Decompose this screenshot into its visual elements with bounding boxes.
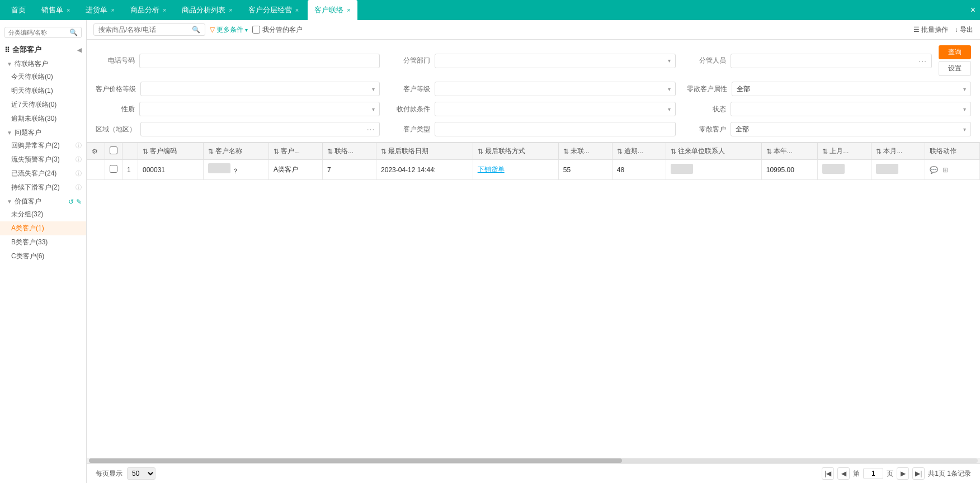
nav-product-analysis-close[interactable]: × [163, 7, 166, 13]
nav-customer-tier-close[interactable]: × [295, 7, 299, 13]
sidebar-item-declining[interactable]: 持续下滑客户(2) ⓘ [0, 181, 86, 195]
sidebar-item-ungrouped[interactable]: 未分组(32) [0, 207, 86, 221]
col-year-label: 本年... [774, 146, 793, 156]
row-method-link[interactable]: 下销货单 [478, 165, 505, 173]
col-unit-contact[interactable]: ⇅ 往来单位联系人 [666, 143, 761, 160]
col-code[interactable]: ⇅ 客户编码 [138, 143, 204, 160]
retail-attr-select[interactable]: 全部 ▾ [732, 82, 971, 96]
row-nocontact-cell: 55 [558, 160, 612, 180]
sidebar-item-tomorrow[interactable]: 明天待联络(1) [0, 84, 86, 98]
sidebar-item-today[interactable]: 今天待联络(0) [0, 70, 86, 84]
payment-select[interactable]: ▾ [435, 102, 675, 116]
col-overdue-sort: ⇅ [617, 148, 623, 155]
sidebar-item-overdue[interactable]: 逾期未联络(30) [0, 112, 86, 126]
person-select[interactable]: ··· [731, 54, 932, 68]
nav-product-list-close[interactable]: × [229, 7, 232, 13]
my-customer-checkbox[interactable] [252, 26, 260, 34]
price-level-select[interactable]: ▾ [140, 82, 380, 96]
page-size-select[interactable]: 50 20 100 [127, 467, 156, 480]
collapse-icon: ◀ [77, 47, 82, 53]
col-code-label: 客户编码 [150, 146, 177, 156]
customer-level-select[interactable]: ▾ [435, 82, 675, 96]
toolbar-search-input[interactable] [98, 26, 190, 34]
select-all-checkbox[interactable] [110, 146, 117, 154]
sidebar-item-churned[interactable]: 已流失客户(24) ⓘ [0, 167, 86, 181]
col-this-month[interactable]: ⇅ 本月... [871, 143, 925, 160]
col-last-month[interactable]: ⇅ 上月... [818, 143, 871, 160]
export-label: 导出 [960, 25, 973, 35]
col-no-contact[interactable]: ⇅ 未联... [558, 143, 612, 160]
horizontal-scrollbar[interactable] [87, 458, 980, 463]
nav-customer-tier[interactable]: 客户分层经营 × [242, 0, 305, 20]
nature-select[interactable]: ▾ [139, 102, 380, 116]
sidebar-search-box[interactable]: 🔍 [4, 27, 82, 38]
nav-home[interactable]: 首页 [4, 0, 32, 20]
my-customer-filter[interactable]: 我分管的客户 [252, 25, 303, 35]
sidebar-all-customers[interactable]: ⠿ 全部客户 ◀ [0, 42, 86, 57]
nav-customer-contact[interactable]: 客户联络 × [308, 0, 357, 20]
col-customer-type[interactable]: ⇅ 客户... [269, 143, 323, 160]
col-name[interactable]: ⇅ 客户名称 [204, 143, 269, 160]
grid-action-icon[interactable]: ⊞ [943, 166, 948, 174]
region-select[interactable]: ··· [140, 122, 380, 136]
page-size-label: 每页显示 [96, 469, 123, 479]
nav-customer-contact-close[interactable]: × [347, 7, 350, 13]
filter-phone: 电话号码 [96, 54, 380, 68]
toolbar-search-box[interactable]: 🔍 [93, 23, 205, 36]
scrollbar-thumb[interactable] [89, 458, 622, 463]
nav-purchase[interactable]: 进货单 × [79, 0, 121, 20]
nav-sales-close[interactable]: × [67, 7, 70, 13]
settings-icon[interactable]: ⚙ [92, 148, 98, 155]
first-page-btn[interactable]: |◀ [822, 467, 834, 480]
sidebar-pending-section[interactable]: ▼ 待联络客户 [0, 57, 86, 70]
nav-product-analysis[interactable]: 商品分析 × [124, 0, 173, 20]
phone-input[interactable] [139, 54, 380, 68]
close-all-icon[interactable]: × [970, 5, 976, 15]
sidebar-problem-section[interactable]: ▼ 问题客户 [0, 126, 86, 139]
filter-more-btn[interactable]: ▽ 更多条件 ▾ [210, 25, 248, 35]
sidebar-item-c-class[interactable]: C类客户(6) [0, 249, 86, 263]
prev-page-btn[interactable]: ◀ [837, 467, 850, 480]
filter-customer-level: 客户等级 ▾ [391, 82, 675, 96]
filter-dept: 分管部门 ▾ [391, 54, 675, 68]
filter-person: 分管人员 ··· 查询 设置 [687, 45, 971, 76]
col-name-sort: ⇅ [208, 148, 214, 155]
row-checkbox[interactable] [110, 165, 117, 173]
chat-icon[interactable]: 💬 [930, 166, 938, 174]
sidebar-item-a-class[interactable]: A类客户(1) [0, 221, 86, 235]
col-contact[interactable]: ⇅ 联络... [323, 143, 376, 160]
next-page-btn[interactable]: ▶ [897, 467, 909, 480]
sidebar-search-input[interactable] [8, 29, 69, 36]
toolbar-right: ☰ 批量操作 ↓ 导出 [913, 25, 973, 35]
repurchase-label: 回购异常客户(2) [11, 141, 76, 150]
toolbar: 🔍 ▽ 更多条件 ▾ 我分管的客户 ☰ 批量操作 ↓ 导出 [87, 20, 980, 40]
col-overdue[interactable]: ⇅ 逾期... [612, 143, 666, 160]
sidebar-item-7days[interactable]: 近7天待联络(0) [0, 98, 86, 112]
ungrouped-label: 未分组(32) [11, 210, 82, 219]
sidebar-item-churn-warning[interactable]: 流失预警客户(3) ⓘ [0, 153, 86, 167]
query-btn[interactable]: 查询 [939, 45, 971, 59]
nav-purchase-close[interactable]: × [111, 7, 114, 13]
row-lmonth-cell [818, 160, 871, 180]
dept-select[interactable]: ▾ [435, 54, 675, 68]
batch-ops-btn[interactable]: ☰ 批量操作 [913, 25, 948, 35]
nav-sales[interactable]: 销售单 × [35, 0, 77, 20]
col-last-date[interactable]: ⇅ 最后联络日期 [376, 143, 473, 160]
sidebar-value-section[interactable]: ▼ 价值客户 ↺ ✎ [0, 195, 86, 207]
refresh-icon[interactable]: ↺ [68, 198, 74, 206]
last-page-btn[interactable]: ▶| [912, 467, 925, 480]
settings-btn[interactable]: 设置 [939, 61, 971, 76]
col-last-method[interactable]: ⇅ 最后联络方式 [473, 143, 558, 160]
col-this-year[interactable]: ⇅ 本年... [761, 143, 818, 160]
page-number-input[interactable] [863, 468, 883, 479]
col-date-sort: ⇅ [381, 148, 387, 155]
sidebar-item-b-class[interactable]: B类客户(33) [0, 235, 86, 249]
export-btn[interactable]: ↓ 导出 [955, 25, 973, 35]
retail-customer-select[interactable]: 全部 ▾ [731, 122, 971, 136]
status-select[interactable]: ▾ [731, 102, 971, 116]
nav-product-list[interactable]: 商品分析列表 × [175, 0, 239, 20]
customer-type-input[interactable] [435, 122, 675, 136]
col-settings[interactable]: ⚙ [87, 143, 105, 160]
sidebar-item-repurchase-abnormal[interactable]: 回购异常客户(2) ⓘ [0, 139, 86, 153]
edit-icon[interactable]: ✎ [76, 198, 82, 206]
